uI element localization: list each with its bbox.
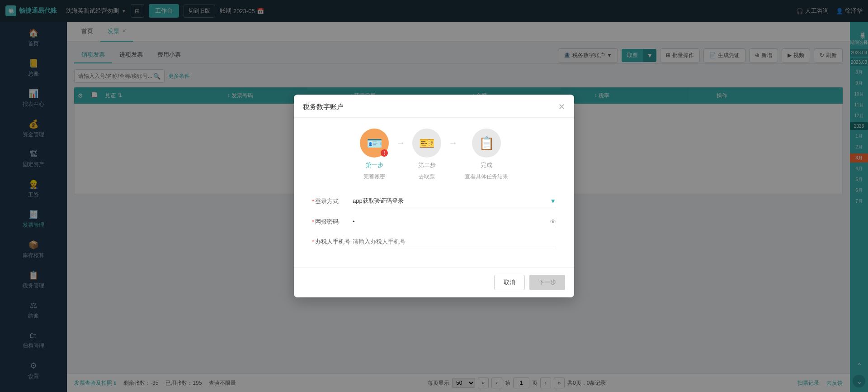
step-arrow-2: →: [448, 138, 458, 148]
modal-body: 🪪 ! 第一步 完善账密 → 🎫 第二步 去取票 →: [294, 118, 574, 267]
clipboard-icon: 📋: [479, 136, 495, 151]
password-row: 网报密码 👁: [312, 216, 556, 227]
password-input-wrap: 👁: [353, 216, 556, 227]
phone-input[interactable]: [353, 238, 556, 245]
step-2: 🎫 第二步 去取票: [412, 129, 441, 181]
step-3-desc: 查看具体任务结果: [465, 173, 508, 181]
step-3-icon: 📋: [472, 129, 501, 158]
phone-control: [353, 236, 556, 247]
step-1-badge: !: [381, 149, 388, 157]
login-method-value: app获取验证码登录: [353, 197, 550, 205]
modal-close-button[interactable]: ✕: [558, 102, 565, 112]
step-1-desc: 完善账密: [363, 173, 385, 181]
tax-digital-modal: 税务数字账户 ✕ 🪪 ! 第一步 完善账密 →: [294, 95, 574, 297]
step-1-label: 第一步: [366, 161, 383, 169]
ticket-icon: 🎫: [419, 136, 435, 151]
password-label: 网报密码: [312, 218, 353, 226]
step-2-label: 第二步: [418, 161, 436, 169]
phone-label: 办税人手机号: [312, 238, 353, 246]
step-3: 📋 完成 查看具体任务结果: [465, 129, 508, 181]
login-method-control: app获取验证码登录 ▼: [353, 195, 556, 207]
step-arrow-1: →: [396, 138, 405, 148]
phone-row: 办税人手机号: [312, 236, 556, 247]
password-input[interactable]: [353, 218, 550, 225]
step-1-icon: 🪪 !: [360, 129, 389, 158]
step-2-icon: 🎫: [412, 129, 441, 158]
step-1: 🪪 ! 第一步 完善账密: [360, 129, 389, 181]
step-2-desc: 去取票: [419, 173, 435, 181]
password-control: 👁: [353, 216, 556, 227]
cancel-button[interactable]: 取消: [494, 275, 525, 290]
modal-title: 税务数字账户: [303, 103, 344, 111]
modal-header: 税务数字账户 ✕: [294, 95, 574, 118]
eye-icon[interactable]: 👁: [550, 218, 556, 225]
login-method-label: 登录方式: [312, 197, 353, 206]
step-3-label: 完成: [481, 161, 492, 169]
id-card-icon: 🪪: [367, 136, 382, 151]
modal-overlay: 税务数字账户 ✕ 🪪 ! 第一步 完善账密 →: [0, 0, 868, 392]
login-method-select[interactable]: app获取验证码登录 ▼: [353, 195, 556, 207]
next-button[interactable]: 下一步: [529, 275, 565, 290]
steps-container: 🪪 ! 第一步 完善账密 → 🎫 第二步 去取票 →: [312, 129, 556, 181]
login-method-row: 登录方式 app获取验证码登录 ▼: [312, 195, 556, 207]
phone-input-wrap: [353, 236, 556, 247]
modal-footer: 取消 下一步: [294, 267, 574, 297]
select-chevron-icon: ▼: [550, 197, 556, 205]
